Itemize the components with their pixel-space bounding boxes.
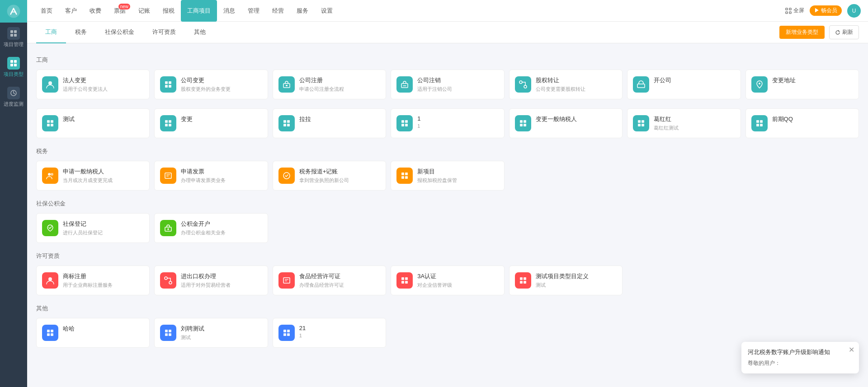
subtab-gongshang[interactable]: 工商 <box>36 22 66 43</box>
card-info-company-cancel: 公司注销 适用于注销公司 <box>417 76 498 93</box>
card-test[interactable]: 测试 <box>36 108 150 138</box>
svg-rect-93 <box>287 333 290 336</box>
card-open-company[interactable]: 开公司 <box>627 70 741 99</box>
card-company-register[interactable]: 公司注册 申请公司注册全流程 <box>273 70 386 99</box>
nav-service[interactable]: 服务 <box>290 0 315 22</box>
card-new-project[interactable]: 新项目 报税加税控盘保管 <box>391 161 504 191</box>
svg-rect-31 <box>165 120 168 123</box>
card-company-change[interactable]: 公司变更 股权变更外的业务变更 <box>154 70 268 99</box>
card-name-liupeng-test: 刘聘测试 <box>181 325 262 333</box>
card-change2[interactable]: 变更 <box>154 108 268 138</box>
card-haha[interactable]: 哈哈 <box>36 318 150 348</box>
card-info-import-export: 进出口权办理 适用于对外贸易经营者 <box>181 272 262 289</box>
card-icon-tax-declare <box>278 168 295 184</box>
fullscreen-btn[interactable]: 全屏 <box>785 7 804 14</box>
card-lala[interactable]: 拉拉 <box>273 108 386 138</box>
refresh-button[interactable]: 刷新 <box>829 25 859 39</box>
card-desc-trademark: 用于企业商标注册服务 <box>63 282 144 289</box>
card-trademark[interactable]: 商标注册 用于企业商标注册服务 <box>36 266 150 295</box>
card-desc-apply-invoice: 办理申请发票类业务 <box>181 177 262 184</box>
card-info-legal-change: 法人变更 适用于公司变更法人 <box>63 76 144 93</box>
sidebar-item-project-type[interactable]: 项目类型 <box>0 52 27 82</box>
nav-customer[interactable]: 客户 <box>59 0 83 22</box>
section-title-shebao: 社保公积金 <box>36 200 859 208</box>
card-icon-import-export <box>160 272 176 289</box>
svg-rect-87 <box>169 330 171 332</box>
card-tax-declare[interactable]: 税务报道+记账 拿到营业执照的新公司 <box>273 161 386 191</box>
svg-rect-47 <box>638 120 641 123</box>
subtab-shebao[interactable]: 社保公积金 <box>96 22 143 43</box>
nav-settings[interactable]: 设置 <box>315 0 339 22</box>
card-apply-general[interactable]: 申请一般纳税人 当月或次月成变更完成 <box>36 161 150 191</box>
card-apply-invoice[interactable]: 申请发票 办理申请发票类业务 <box>154 161 268 191</box>
card-info-fund-open: 公积金开户 办理公积金相关业务 <box>181 220 262 236</box>
card-import-export[interactable]: 进出口权办理 适用于对外贸易经营者 <box>154 266 268 295</box>
svg-rect-76 <box>401 281 404 284</box>
section-title-gongshang: 工商 <box>36 56 859 64</box>
svg-rect-33 <box>165 124 168 126</box>
svg-rect-34 <box>169 124 171 126</box>
nav-operation[interactable]: 经营 <box>266 0 290 22</box>
card-equity-transfer[interactable]: 股权转让 公司变更需要股权转让 <box>509 70 623 99</box>
svg-rect-57 <box>165 173 171 178</box>
card-info-company-register: 公司注册 申请公司注册全流程 <box>299 76 380 93</box>
refresh-label: 刷新 <box>842 28 853 36</box>
card-test-project-type[interactable]: 测试项目类型目定义 测试 <box>509 266 623 295</box>
card-info-company-change: 公司变更 股权变更外的业务变更 <box>181 76 262 93</box>
card-desc-social-register: 进行人员社保登记 <box>63 229 144 236</box>
card-desc-company-register: 申请公司注册全流程 <box>299 86 380 93</box>
card-ge-hong-hong[interactable]: 葛红红 葛红红测试 <box>627 108 741 138</box>
xuke-cards: 商标注册 用于企业商标注册服务 进出口权办理 适用于对外贸易经营者 食品经营 <box>36 266 859 295</box>
svg-rect-5 <box>10 60 13 63</box>
card-change-address[interactable]: 变更地址 <box>745 70 859 99</box>
sidebar-item-progress-monitor[interactable]: 进度监测 <box>0 82 27 112</box>
card-3a-cert[interactable]: 3A认证 对企业信誉评级 <box>391 266 504 295</box>
notification-close-button[interactable]: ✕ <box>849 345 854 354</box>
card-company-cancel[interactable]: 公司注销 适用于注销公司 <box>391 70 504 99</box>
svg-rect-49 <box>638 124 641 126</box>
nav-home[interactable]: 首页 <box>34 0 59 22</box>
nav-bizproject[interactable]: 工商项目 <box>181 0 217 22</box>
card-fund-open[interactable]: 公积金开户 办理公积金相关业务 <box>154 213 268 243</box>
svg-rect-30 <box>51 124 53 126</box>
card-desc-new-project: 报税加税控盘保管 <box>417 177 498 184</box>
svg-rect-17 <box>165 85 168 88</box>
subtab-xuke[interactable]: 许可资质 <box>143 22 185 43</box>
subtab-other[interactable]: 其他 <box>185 22 215 43</box>
card-legal-change[interactable]: 法人变更 适用于公司变更法人 <box>36 70 150 99</box>
new-type-button[interactable]: 新增业务类型 <box>779 26 825 39</box>
card-icon-open-company <box>633 76 649 93</box>
card-one[interactable]: 1 1 <box>391 108 504 138</box>
card-liupeng-test[interactable]: 刘聘测试 测试 <box>154 318 268 348</box>
gongshang-cards-row2: 测试 变更 拉拉 <box>36 108 859 138</box>
svg-rect-12 <box>786 12 788 14</box>
card-name-open-company: 开公司 <box>654 76 735 84</box>
svg-rect-90 <box>283 330 286 332</box>
svg-rect-88 <box>165 333 168 336</box>
nav-manage[interactable]: 管理 <box>241 0 266 22</box>
card-food-license[interactable]: 食品经营许可证 办理食品经营许可证 <box>273 266 386 295</box>
nav-billing[interactable]: 收费 <box>83 0 108 22</box>
svg-rect-84 <box>47 333 50 336</box>
sidebar-item-project-manage[interactable]: 项目管理 <box>0 23 27 52</box>
nav-ticket[interactable]: 票据 new <box>108 0 132 22</box>
sidebar-logo[interactable] <box>0 0 27 23</box>
svg-rect-1 <box>10 30 13 33</box>
card-social-register[interactable]: 社保登记 进行人员社保登记 <box>36 213 150 243</box>
vip-button[interactable]: ▶ 畅会员 <box>810 5 842 16</box>
svg-rect-16 <box>169 81 171 84</box>
svg-point-14 <box>48 81 52 85</box>
svg-point-69 <box>165 277 167 280</box>
nav-message[interactable]: 消息 <box>217 0 241 22</box>
card-desc-tax-declare: 拿到营业执照的新公司 <box>299 177 380 184</box>
subtab-shuiwu[interactable]: 税务 <box>66 22 96 43</box>
avatar[interactable]: U <box>847 4 861 18</box>
card-info-apply-invoice: 申请发票 办理申请发票类业务 <box>181 168 262 184</box>
card-early-qq[interactable]: 前期QQ <box>745 108 859 138</box>
card-twentyone[interactable]: 21 1 <box>273 318 386 348</box>
svg-rect-86 <box>165 330 168 332</box>
content-area: 工商 法人变更 适用于公司变更法人 公司变更 股权变更外的业务变更 <box>27 43 868 366</box>
card-change-general[interactable]: 变更一般纳税人 <box>509 108 623 138</box>
nav-tax[interactable]: 报税 <box>156 0 181 22</box>
nav-accounting[interactable]: 记账 <box>132 0 156 22</box>
